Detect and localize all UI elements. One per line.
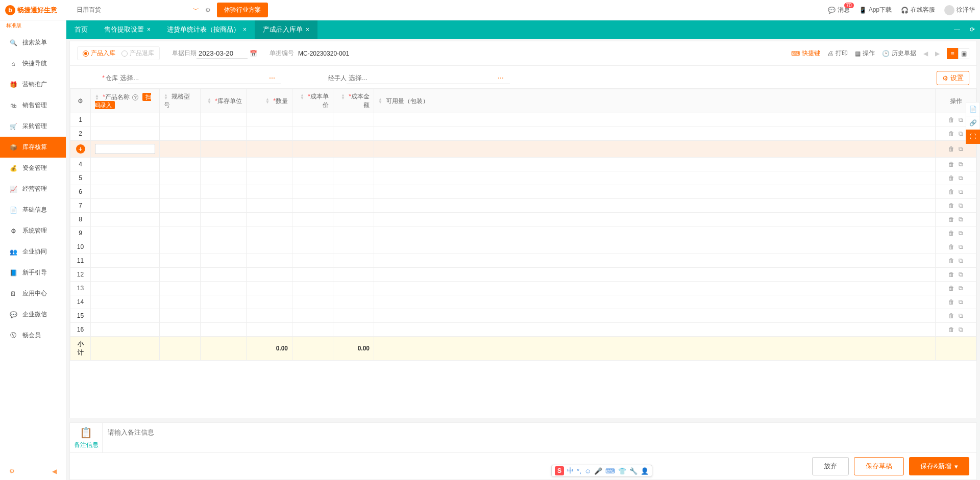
- ime-keyboard-icon[interactable]: ⌨: [605, 467, 615, 475]
- table-row[interactable]: 12🗑⧉: [70, 268, 976, 282]
- delete-icon[interactable]: 🗑: [948, 285, 954, 292]
- table-row[interactable]: 10🗑⧉: [70, 240, 976, 254]
- table-row[interactable]: 2🗑⧉: [70, 127, 976, 141]
- messages-button[interactable]: 💬 消息 70: [828, 6, 850, 14]
- copy-icon[interactable]: ⧉: [959, 298, 963, 306]
- delete-icon[interactable]: 🗑: [948, 116, 954, 123]
- sidebar-item-app[interactable]: 🗓应用中心: [0, 283, 66, 304]
- close-icon[interactable]: ×: [147, 26, 151, 33]
- table-row[interactable]: 14🗑⧉: [70, 295, 976, 309]
- table-gear-icon[interactable]: ⚙: [78, 97, 83, 105]
- sidebar-item-gear[interactable]: ⚙系统管理: [0, 220, 66, 241]
- remarks-input[interactable]: [103, 423, 976, 452]
- discard-button[interactable]: 放弃: [812, 457, 849, 475]
- copy-icon[interactable]: ⧉: [959, 257, 963, 264]
- view-grid-button[interactable]: ▣: [958, 48, 969, 59]
- tab-2[interactable]: 进货单统计表（按商品）×: [159, 20, 255, 39]
- table-row[interactable]: 9🗑⧉: [70, 226, 976, 240]
- copy-icon[interactable]: ⧉: [959, 116, 963, 123]
- delete-icon[interactable]: 🗑: [948, 298, 954, 306]
- sort-icon[interactable]: ▲▼: [378, 98, 382, 104]
- save-draft-button[interactable]: 保存草稿: [854, 457, 904, 475]
- sidebar-item-money[interactable]: 💰资金管理: [0, 158, 66, 179]
- dock-link-button[interactable]: 🔗: [966, 116, 980, 130]
- delete-icon[interactable]: 🗑: [948, 271, 954, 278]
- ime-lang-label[interactable]: 中: [567, 466, 574, 475]
- sidebar-item-home[interactable]: ⌂快捷导航: [0, 53, 66, 74]
- ime-smile-icon[interactable]: ☺: [584, 467, 591, 475]
- table-row[interactable]: 15🗑⧉: [70, 309, 976, 323]
- tab-3[interactable]: 产成品入库单×: [255, 20, 317, 39]
- delete-icon[interactable]: 🗑: [948, 216, 954, 223]
- delete-icon[interactable]: 🗑: [948, 312, 954, 319]
- warehouse-more-icon[interactable]: ⋯: [269, 74, 275, 82]
- sidebar-item-search[interactable]: 🔍搜索菜单: [0, 32, 66, 53]
- sort-icon[interactable]: ▲▼: [300, 94, 304, 100]
- table-row[interactable]: 7🗑⧉: [70, 199, 976, 213]
- view-list-button[interactable]: ≡: [947, 48, 958, 59]
- save-new-button[interactable]: 保存&新增 ▾: [909, 457, 969, 475]
- table-row[interactable]: 5🗑⧉: [70, 171, 976, 185]
- operator-more-icon[interactable]: ⋯: [498, 74, 504, 82]
- print-button[interactable]: 🖨 打印: [827, 49, 848, 58]
- ime-tool-icon[interactable]: 🔧: [629, 467, 638, 475]
- sort-icon[interactable]: ▲▼: [95, 94, 99, 100]
- sidebar-item-wechat[interactable]: 💬企业微信: [0, 304, 66, 325]
- table-row[interactable]: +🗑⧉: [70, 141, 976, 158]
- table-row[interactable]: 13🗑⧉: [70, 282, 976, 295]
- delete-icon[interactable]: 🗑: [948, 257, 954, 264]
- collapse-icon[interactable]: ◀: [52, 468, 57, 475]
- sort-icon[interactable]: ▲▼: [265, 98, 270, 104]
- ime-mic-icon[interactable]: 🎤: [594, 467, 602, 475]
- ime-skin-icon[interactable]: 👕: [618, 467, 626, 475]
- radio-product-out[interactable]: 产品退库: [121, 49, 154, 58]
- sort-icon[interactable]: ▲▼: [341, 94, 345, 100]
- operator-select[interactable]: [347, 72, 510, 84]
- close-icon[interactable]: ×: [243, 26, 247, 33]
- delete-icon[interactable]: 🗑: [948, 161, 954, 168]
- operation-button[interactable]: ▦ 操作: [855, 49, 875, 58]
- copy-icon[interactable]: ⧉: [959, 243, 963, 250]
- online-service-button[interactable]: 🎧 在线客服: [901, 6, 935, 14]
- table-row[interactable]: 8🗑⧉: [70, 213, 976, 226]
- tab-minimize-button[interactable]: —: [949, 20, 965, 39]
- sidebar-item-cart[interactable]: 🛒采购管理: [0, 116, 66, 137]
- app-download-button[interactable]: 📱 App下载: [859, 6, 892, 14]
- ime-punct-icon[interactable]: °,: [577, 467, 581, 475]
- help-icon[interactable]: ?: [132, 94, 138, 100]
- user-menu[interactable]: 徐泽华: [944, 5, 975, 15]
- delete-icon[interactable]: 🗑: [948, 174, 954, 182]
- sidebar-item-gift[interactable]: 🎁营销推广: [0, 74, 66, 95]
- dock-note-button[interactable]: 📄: [966, 102, 980, 116]
- ime-user-icon[interactable]: 👤: [641, 467, 649, 475]
- table-row[interactable]: 6🗑⧉: [70, 185, 976, 199]
- copy-icon[interactable]: ⧉: [959, 145, 963, 153]
- table-row[interactable]: 11🗑⧉: [70, 254, 976, 268]
- delete-icon[interactable]: 🗑: [948, 202, 954, 209]
- shortcut-button[interactable]: ⌨ 快捷键: [791, 49, 820, 58]
- tab-0[interactable]: 首页: [66, 20, 96, 39]
- tab-refresh-button[interactable]: ⟳: [965, 20, 980, 39]
- copy-icon[interactable]: ⧉: [959, 202, 963, 209]
- delete-icon[interactable]: 🗑: [948, 130, 954, 137]
- experience-button[interactable]: 体验行业方案: [217, 3, 268, 17]
- delete-icon[interactable]: 🗑: [948, 230, 954, 237]
- date-input[interactable]: [197, 48, 248, 59]
- add-row-button[interactable]: +: [76, 144, 85, 154]
- table-row[interactable]: 16🗑⧉: [70, 323, 976, 337]
- copy-icon[interactable]: ⧉: [959, 326, 963, 333]
- tab-1[interactable]: 售价提取设置×: [96, 20, 159, 39]
- copy-icon[interactable]: ⧉: [959, 174, 963, 182]
- settings-icon[interactable]: ⚙: [9, 468, 15, 475]
- copy-icon[interactable]: ⧉: [959, 130, 963, 137]
- gear-icon[interactable]: ⚙: [205, 7, 211, 14]
- copy-icon[interactable]: ⧉: [959, 230, 963, 237]
- sidebar-item-book[interactable]: 📘新手引导: [0, 262, 66, 283]
- sort-icon[interactable]: ▲▼: [207, 98, 211, 104]
- sidebar-item-box[interactable]: 📦库存核算: [0, 137, 66, 158]
- warehouse-select[interactable]: [118, 72, 281, 84]
- copy-icon[interactable]: ⧉: [959, 271, 963, 278]
- copy-icon[interactable]: ⧉: [959, 285, 963, 292]
- calendar-icon[interactable]: 📅: [250, 50, 257, 57]
- dock-expand-button[interactable]: ⛶: [966, 130, 980, 144]
